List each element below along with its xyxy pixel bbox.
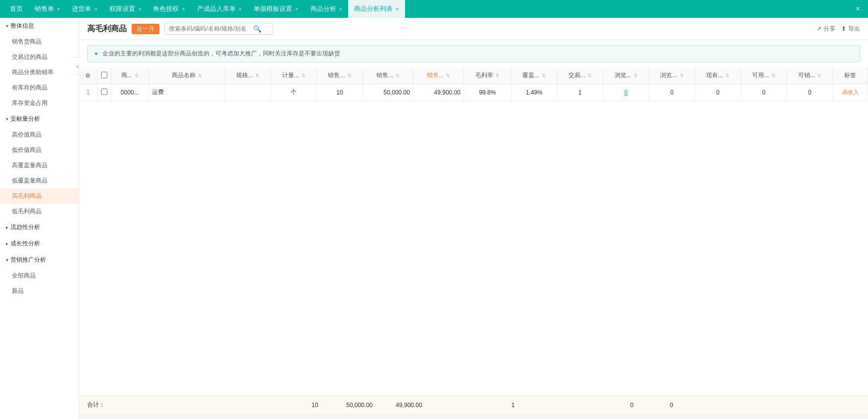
share-icon: ↗ (817, 25, 821, 32)
sort-icon-sale-amount: ⇅ (396, 73, 400, 78)
nav-permission-settings[interactable]: 权限设置 × (103, 0, 147, 18)
close-permission-settings[interactable]: × (138, 6, 141, 12)
footer-browse1 (533, 402, 572, 409)
sidebar-item-traded-goods[interactable]: 交易过的商品 (0, 49, 79, 65)
nav-product-inbound[interactable]: 产成品入库单 × (191, 0, 248, 18)
col-sale-amount[interactable]: 销售... ⇅ (362, 67, 413, 84)
col-margin-rate[interactable]: 毛利率 ⇅ (463, 67, 511, 84)
footer-sale-profit: 49,900.00 (384, 402, 434, 409)
col-spec[interactable]: 规格... ⇅ (225, 67, 271, 84)
sidebar-item-all-goods[interactable]: 全部商品 (0, 268, 79, 283)
sort-icon-coverage: ⇅ (542, 73, 546, 78)
sidebar-item-sales-goods[interactable]: 销售货商品 (0, 34, 79, 49)
cell-browse1[interactable]: 0 (603, 84, 649, 101)
footer-bar: 合计： 10 50,000.00 49,900.00 1 0 0 (79, 395, 868, 414)
cell-sale-profit: 49,900.00 (413, 84, 463, 101)
period-button[interactable]: 近一月 (132, 24, 159, 34)
horizontal-scrollbar[interactable] (79, 414, 868, 419)
table-container[interactable]: ⚙ 商... ⇅ 商品名称 ⇅ (79, 67, 868, 395)
col-browse2[interactable]: 浏览... ⇅ (649, 67, 695, 84)
col-code[interactable]: 商... ⇅ (111, 67, 149, 84)
cell-checkbox[interactable] (97, 84, 111, 101)
chevron-down-icon-3: ▾ (6, 257, 8, 263)
cell-sale-amount: 50,000.00 (362, 84, 413, 101)
sidebar-group-overall[interactable]: ▾ 整体信息 (0, 18, 79, 34)
nav-purchase-order[interactable]: 进货单 × (66, 0, 103, 18)
col-name[interactable]: 商品名称 ⇅ (149, 67, 225, 84)
sidebar-item-low-coverage[interactable]: 低覆盖量商品 (0, 173, 79, 188)
sort-icon-sale-profit: ⇅ (446, 73, 450, 78)
sidebar-item-high-value[interactable]: 高价值商品 (0, 127, 79, 142)
sidebar-item-low-value[interactable]: 低价值商品 (0, 142, 79, 158)
footer-browse2 (572, 402, 612, 409)
cell-code: 0000... (111, 84, 149, 101)
sidebar-group-trend[interactable]: ▸ 流趋性分析 (0, 219, 79, 235)
share-button[interactable]: ↗ 分享 (817, 25, 835, 33)
close-product-analysis-list[interactable]: × (396, 6, 399, 12)
sort-icon-unit: ⇅ (302, 73, 306, 78)
close-sales-order[interactable]: × (57, 6, 60, 12)
sidebar-group-growth[interactable]: ▸ 成长性分析 (0, 235, 79, 252)
nav-sales-order[interactable]: 销售单 × (29, 0, 66, 18)
sidebar-item-high-coverage[interactable]: 高覆盖量商品 (0, 158, 79, 173)
footer-current-stock: 0 (612, 402, 652, 409)
sidebar-item-category-sale-rate[interactable]: 商品分类助销率 (0, 65, 79, 80)
select-all-checkbox[interactable] (101, 72, 107, 78)
col-sale-profit[interactable]: 销售... ⇅ (413, 67, 463, 84)
chevron-down-icon-2: ▾ (6, 116, 8, 122)
close-purchase-order[interactable]: × (94, 6, 97, 12)
sort-icon-code: ⇅ (135, 73, 139, 78)
col-tag[interactable]: 标签 (833, 67, 868, 84)
close-role-auth[interactable]: × (182, 6, 185, 12)
chevron-right-icon: ▸ (6, 225, 8, 230)
col-settings[interactable]: ⚙ (79, 67, 97, 84)
footer-available: 0 (652, 402, 691, 409)
search-icon[interactable]: 🔍 (253, 25, 261, 33)
info-banner: ✦ 企业的主要的利润都是这部分商品创造的，可考虑加大推广，同时关注库存是不要出现… (87, 45, 860, 62)
sidebar-item-inventory-capital[interactable]: 库存资金占用 (0, 95, 79, 111)
nav-product-analysis-list[interactable]: 商品分析列表 × (348, 0, 405, 18)
search-box[interactable]: 🔍 (164, 23, 273, 35)
cell-name: 运费 (149, 84, 225, 101)
top-navigation: 首页 销售单 × 进货单 × 权限设置 × 角色授权 × 产成品入库单 × 单据… (0, 0, 868, 18)
cell-current-stock: 0 (695, 84, 741, 101)
sidebar-collapse-button[interactable]: « (73, 57, 79, 75)
footer-margin (434, 402, 463, 409)
col-current-stock[interactable]: 现有... ⇅ (695, 67, 741, 84)
close-product-analysis[interactable]: × (339, 6, 342, 12)
cell-saleable: 0 (787, 84, 833, 101)
col-coverage[interactable]: 覆盖... ⇅ (511, 67, 557, 84)
close-product-inbound[interactable]: × (239, 6, 242, 12)
sidebar-item-new-goods[interactable]: 新品 (0, 283, 79, 299)
col-browse1[interactable]: 浏览... ⇅ (603, 67, 649, 84)
col-sale-qty[interactable]: 销售... ⇅ (317, 67, 363, 84)
sort-icon-trade: ⇅ (588, 73, 592, 78)
sidebar-group-marketing[interactable]: ▾ 营销推广分析 (0, 252, 79, 268)
nav-product-analysis[interactable]: 商品分析 × (305, 0, 348, 18)
export-button[interactable]: ⬆ 导出 (841, 25, 860, 33)
col-saleable[interactable]: 可销... ⇅ (787, 67, 833, 84)
header-actions: ↗ 分享 ⬆ 导出 (817, 25, 860, 33)
footer-sale-amount: 50,000.00 (335, 402, 384, 409)
sidebar-group-contribution[interactable]: ▾ 贡献量分析 (0, 111, 79, 127)
col-trade[interactable]: 交易... ⇅ (557, 67, 603, 84)
nav-home[interactable]: 首页 (4, 0, 29, 18)
sidebar-item-low-margin[interactable]: 低毛利商品 (0, 204, 79, 219)
col-unit[interactable]: 计量... ⇅ (271, 67, 317, 84)
search-input[interactable] (169, 25, 253, 32)
sort-icon-sale-qty: ⇅ (348, 73, 352, 78)
close-template-settings[interactable]: × (295, 6, 298, 12)
cell-seq: 1 (79, 84, 97, 101)
sort-icon-available: ⇅ (771, 73, 775, 78)
sidebar-item-in-stock-goods[interactable]: 有库存的商品 (0, 80, 79, 95)
col-available[interactable]: 可用... ⇅ (741, 67, 787, 84)
tag-label: 高收入 (842, 89, 859, 95)
nav-role-auth[interactable]: 角色授权 × (147, 0, 191, 18)
sidebar-item-high-margin[interactable]: 高毛利商品 (0, 188, 79, 204)
sort-icon-margin-rate: ⇅ (496, 73, 500, 78)
nav-template-settings[interactable]: 单据模板设置 × (248, 0, 304, 18)
row-checkbox[interactable] (101, 89, 107, 95)
col-checkbox[interactable] (97, 67, 111, 84)
window-close-button[interactable]: × (852, 4, 864, 13)
cell-coverage: 1.49% (511, 84, 557, 101)
